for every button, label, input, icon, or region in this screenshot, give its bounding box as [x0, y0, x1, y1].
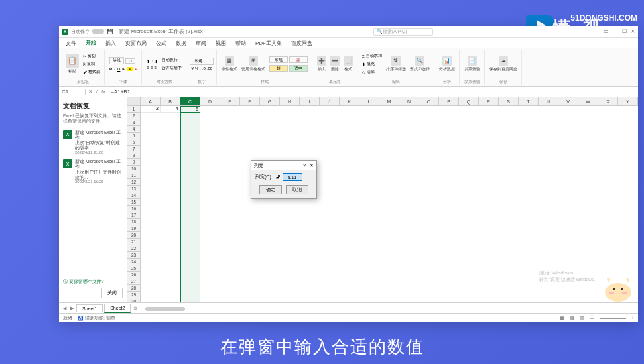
recovery-which-link[interactable]: ⓘ 要保留哪个文件?: [63, 279, 123, 285]
row-header-5[interactable]: 5: [127, 133, 140, 139]
column-width-input[interactable]: [283, 173, 302, 181]
col-header-O[interactable]: O: [419, 97, 439, 105]
row-header-15[interactable]: 15: [127, 199, 140, 206]
row-header-12[interactable]: 12: [127, 179, 140, 186]
row-header-29[interactable]: 29: [127, 292, 140, 298]
align-mid-icon[interactable]: ↕: [151, 59, 153, 63]
invoice-button[interactable]: 📄发票查验: [463, 55, 482, 74]
dialog-help-icon[interactable]: ?: [303, 163, 306, 168]
zoom-slider[interactable]: [600, 318, 626, 319]
analyze-button[interactable]: 📊分析数据: [438, 55, 456, 74]
row-header-16[interactable]: 16: [127, 206, 140, 212]
sheet-nav-next-icon[interactable]: ▶: [69, 306, 75, 311]
row-header-18[interactable]: 18: [127, 219, 140, 225]
sheet-nav-prev-icon[interactable]: ◀: [62, 306, 68, 311]
copy-button[interactable]: ⎘ 复制: [82, 60, 101, 68]
row-header-8[interactable]: 8: [127, 152, 140, 159]
col-header-C[interactable]: C: [180, 97, 200, 105]
insert-cells-button[interactable]: ➕插入: [316, 55, 328, 74]
add-sheet-icon[interactable]: ⊕: [132, 306, 139, 311]
sheet-tab-2[interactable]: Sheet2: [104, 304, 131, 313]
currency-icon[interactable]: ¥: [191, 66, 193, 70]
horizontal-scrollbar[interactable]: [145, 306, 630, 311]
clear-button[interactable]: ◇ 清除: [361, 68, 383, 76]
row-header-30[interactable]: 30: [127, 298, 140, 302]
bold-button[interactable]: B: [109, 67, 112, 71]
row-header-26[interactable]: 26: [127, 272, 140, 278]
save-icon[interactable]: 💾: [107, 29, 113, 35]
font-select[interactable]: 等线: [109, 57, 124, 64]
col-header-D[interactable]: D: [200, 97, 220, 105]
view-normal-icon[interactable]: ▦: [560, 316, 564, 321]
row-header-20[interactable]: 20: [127, 232, 140, 239]
recovery-item[interactable]: X 新建 Microsoft Excel 工作...上次"自动恢复"时创建的版本…: [63, 130, 123, 155]
cond-format-button[interactable]: ▦条件格式: [220, 55, 239, 74]
font-color-button[interactable]: A: [135, 67, 137, 71]
dialog-close-icon[interactable]: ✕: [310, 163, 314, 168]
sheet-tab-1[interactable]: Sheet1: [76, 304, 103, 312]
align-bot-icon[interactable]: ⬇: [155, 59, 158, 64]
style-general[interactable]: 常规: [269, 56, 288, 63]
col-header-W[interactable]: W: [578, 97, 598, 105]
number-format-select[interactable]: 常规: [190, 58, 214, 65]
fill-button[interactable]: ⬇ 填充: [361, 60, 383, 68]
zoom-out-icon[interactable]: —: [590, 316, 594, 320]
delete-cells-button[interactable]: ➖删除: [329, 55, 341, 74]
col-header-H[interactable]: H: [280, 97, 300, 105]
col-header-A[interactable]: A: [141, 97, 161, 105]
tab-file[interactable]: 文件: [62, 38, 80, 48]
row-header-11[interactable]: 11: [127, 172, 140, 179]
wrap-text-button[interactable]: 自动换行: [161, 56, 183, 64]
row-header-23[interactable]: 23: [127, 252, 140, 259]
enter-formula-icon[interactable]: ✓: [95, 89, 99, 95]
tab-insert[interactable]: 插入: [101, 38, 120, 48]
row-header-27[interactable]: 27: [127, 278, 140, 285]
row-header-14[interactable]: 14: [127, 192, 140, 199]
recovery-close-button[interactable]: 关闭: [101, 288, 123, 298]
col-header-P[interactable]: P: [439, 97, 459, 105]
col-header-F[interactable]: F: [240, 97, 260, 105]
netdisk-save-button[interactable]: ☁保存到百度网盘: [488, 55, 519, 74]
row-header-24[interactable]: 24: [127, 259, 140, 265]
tab-layout[interactable]: 页面布局: [121, 38, 151, 48]
col-header-K[interactable]: K: [340, 97, 359, 105]
inc-decimal-icon[interactable]: .0: [202, 66, 206, 70]
col-header-U[interactable]: U: [539, 97, 558, 105]
tab-data[interactable]: 数据: [172, 38, 190, 48]
align-right-icon[interactable]: ≡: [154, 66, 157, 70]
view-break-icon[interactable]: ▥: [580, 316, 584, 321]
recovery-item[interactable]: X 新建 Microsoft Excel 工作...上次用户打开文件时创建的..…: [63, 159, 123, 184]
autosave-toggle[interactable]: [92, 29, 104, 34]
col-header-N[interactable]: N: [399, 97, 419, 105]
zoom-in-icon[interactable]: +: [631, 316, 634, 320]
col-header-I[interactable]: I: [300, 97, 320, 105]
cancel-button[interactable]: 取消: [286, 185, 308, 194]
font-size-select[interactable]: 11: [125, 58, 135, 64]
col-header-B[interactable]: B: [161, 97, 180, 105]
row-header-17[interactable]: 17: [127, 212, 140, 219]
col-header-T[interactable]: T: [519, 97, 539, 105]
paste-button[interactable]: 📋粘贴: [64, 53, 80, 76]
tab-help[interactable]: 帮助: [231, 38, 250, 48]
col-header-S[interactable]: S: [499, 97, 519, 105]
col-header-Q[interactable]: Q: [459, 97, 479, 105]
format-painter-button[interactable]: 🖌 格式刷: [82, 68, 101, 76]
format-cells-button[interactable]: ⬜格式: [342, 55, 354, 74]
row-header-6[interactable]: 6: [127, 139, 140, 146]
row-header-9[interactable]: 9: [127, 159, 140, 166]
maximize-icon[interactable]: ☐: [622, 29, 627, 34]
fill-color-button[interactable]: A: [127, 67, 133, 71]
cut-button[interactable]: ✂ 剪切: [82, 52, 101, 60]
row-header-21[interactable]: 21: [127, 239, 140, 245]
row-header-4[interactable]: 4: [127, 126, 140, 133]
ok-button[interactable]: 确定: [259, 185, 282, 194]
name-box[interactable]: C1: [59, 89, 86, 95]
col-header-E[interactable]: E: [220, 97, 240, 105]
formula-input[interactable]: =A1+B1: [108, 89, 638, 95]
view-page-icon[interactable]: ▤: [570, 316, 574, 321]
merge-center-button[interactable]: 合并后居中: [161, 64, 183, 72]
row-header-19[interactable]: 19: [127, 225, 140, 232]
cell-B1[interactable]: 4: [161, 106, 180, 113]
col-header-G[interactable]: G: [260, 97, 280, 105]
table-format-button[interactable]: ⊞套用表格格式: [240, 55, 267, 74]
